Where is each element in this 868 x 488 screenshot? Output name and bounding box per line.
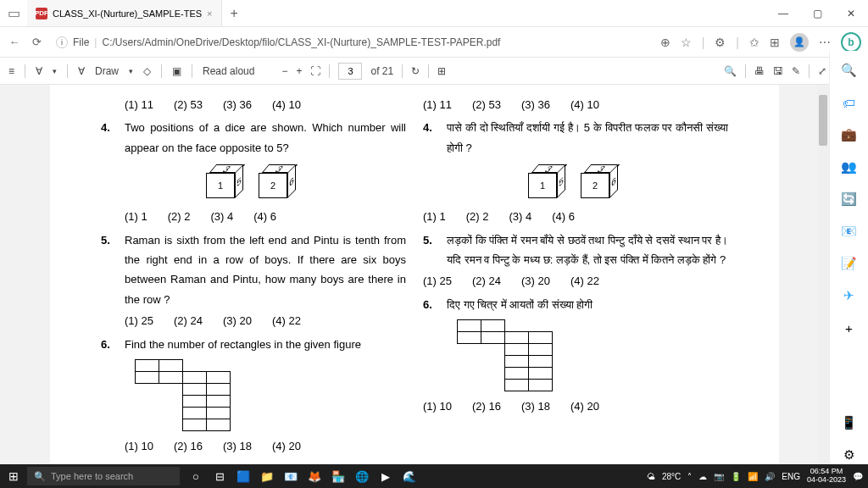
q4-dice-hi: 315 326 <box>423 164 728 200</box>
q6-num: 6. <box>101 335 125 354</box>
favorites-bar-icon[interactable]: ✩ <box>749 36 760 49</box>
zoom-out-button[interactable]: − <box>281 65 287 77</box>
new-tab-button[interactable]: + <box>222 6 247 21</box>
extensions-icon[interactable]: ⚙ <box>715 36 726 49</box>
side-plus-icon[interactable]: + <box>840 319 859 337</box>
taskbar-search[interactable]: 🔍 Type here to search <box>27 467 180 485</box>
task-app1-icon[interactable]: 🟦 <box>232 464 254 488</box>
pdf-icon: PDF <box>36 8 47 19</box>
task-youtube-icon[interactable]: ▶ <box>375 464 397 488</box>
side-games-icon[interactable]: 👥 <box>840 158 859 176</box>
q4h-opt3: (3) 4 <box>509 207 531 226</box>
tray-lang[interactable]: ENG <box>782 472 800 481</box>
favorite-icon[interactable]: ☆ <box>681 36 692 49</box>
refresh-button[interactable]: ⟳ <box>29 36 44 48</box>
tray-battery-icon[interactable]: 🔋 <box>731 472 741 481</box>
zoom-in-button[interactable]: + <box>296 65 302 77</box>
q5h-num: 5. <box>423 230 447 270</box>
draw-icon[interactable]: ∀ <box>78 65 85 77</box>
minimize-button[interactable]: — <box>766 0 800 27</box>
more-icon[interactable]: ⋯ <box>819 36 831 49</box>
tray-meet-icon[interactable]: 📷 <box>714 472 724 481</box>
scrollbar[interactable] <box>817 85 829 464</box>
tray-notifications-icon[interactable]: 💬 <box>853 472 863 481</box>
rotate-icon[interactable]: ↻ <box>411 65 420 77</box>
task-edge-icon[interactable]: 🌊 <box>398 464 420 488</box>
side-shopping-icon[interactable]: 🏷 <box>840 93 859 112</box>
q3-opt4: (4) 10 <box>272 95 301 114</box>
task-explorer-icon[interactable]: 📁 <box>256 464 278 488</box>
q6-text-hi: दिए गए चित्र में आयतों की संख्या होगी <box>447 295 728 314</box>
side-edit-icon[interactable]: 📝 <box>840 254 859 273</box>
q6-figure-hi <box>457 319 728 391</box>
erase-icon[interactable]: ◇ <box>143 65 151 77</box>
fit-icon[interactable]: ⛶ <box>310 65 320 77</box>
q5-text-en: Raman is sixth from the left end and Pin… <box>125 230 406 310</box>
zoom-icon[interactable]: ⊕ <box>660 36 670 49</box>
q6h-num: 6. <box>423 295 447 314</box>
search-placeholder: Type here to search <box>51 471 133 481</box>
info-icon[interactable]: i <box>56 36 68 48</box>
pdf-page: (1) 11 (2) 53 (3) 36 (4) 10 4. Two posit… <box>50 85 779 464</box>
side-outlook-icon[interactable]: 📧 <box>840 222 859 241</box>
q4-opt2: (2) 2 <box>168 207 191 226</box>
q4-opt4: (4) 6 <box>253 207 276 226</box>
weather-icon[interactable]: 🌤 <box>647 472 655 481</box>
side-mobile-icon[interactable]: 📱 <box>840 413 859 432</box>
print-icon[interactable]: 🖶 <box>754 65 765 77</box>
contents-icon[interactable]: ≡ <box>8 65 14 77</box>
temp-label[interactable]: 28°C <box>662 472 681 481</box>
page-number-input[interactable] <box>338 63 362 80</box>
close-button[interactable]: ✕ <box>834 0 868 27</box>
profile-avatar[interactable]: 👤 <box>790 33 809 52</box>
q4-num: 4. <box>101 118 125 158</box>
q5-opt3: (3) 20 <box>223 311 252 330</box>
task-firefox-icon[interactable]: 🦊 <box>303 464 326 488</box>
tray-sound-icon[interactable]: 🔊 <box>765 472 775 481</box>
q6h-opt1: (1) 10 <box>423 396 452 416</box>
q4-opt1: (1) 1 <box>125 207 147 226</box>
q3h-opt1: (1) 11 <box>423 95 452 114</box>
url-path: C:/Users/Admin/OneDrive/Desktop/filo/CLA… <box>102 36 500 48</box>
task-mail-icon[interactable]: 📧 <box>280 464 302 488</box>
tabs-icon[interactable]: ▭ <box>0 5 27 21</box>
bing-icon[interactable]: b <box>841 32 861 53</box>
side-tools-icon[interactable]: 💼 <box>840 125 859 144</box>
save-as-icon[interactable]: ✎ <box>792 65 800 77</box>
task-cortana-icon[interactable]: ○ <box>185 464 207 488</box>
address-bar[interactable]: i File | C:/Users/Admin/OneDrive/Desktop… <box>51 36 654 48</box>
side-send-icon[interactable]: ✈ <box>840 286 859 305</box>
read-aloud-label[interactable]: Read aloud <box>203 65 254 77</box>
tab-title: CLASS_XI-(Nurture)_SAMPLE-TES <box>53 8 202 19</box>
side-refresh-icon[interactable]: 🔄 <box>840 190 859 208</box>
draw-label[interactable]: Draw <box>95 65 119 77</box>
tray-clock[interactable]: 06:54 PM04-04-2023 <box>807 468 846 485</box>
maximize-button[interactable]: ▢ <box>800 0 834 27</box>
q5h-opt3: (3) 20 <box>521 271 550 291</box>
task-chrome-icon[interactable]: 🌐 <box>351 464 373 488</box>
fullscreen-icon[interactable]: ⤢ <box>818 65 826 77</box>
q3-opt3: (3) 36 <box>223 95 252 114</box>
q5h-opt4: (4) 22 <box>570 271 599 291</box>
tab-close-icon[interactable]: × <box>207 8 212 19</box>
highlight-icon[interactable]: ▣ <box>172 65 181 77</box>
browser-tab[interactable]: PDF CLASS_XI-(Nurture)_SAMPLE-TES × <box>27 0 222 26</box>
save-icon[interactable]: 🖫 <box>773 65 783 77</box>
tray-onedrive-icon[interactable]: ☁ <box>698 472 707 481</box>
collections-icon[interactable]: ⊞ <box>770 36 780 49</box>
tray-wifi-icon[interactable]: 📶 <box>748 472 758 481</box>
task-taskview-icon[interactable]: ⊟ <box>209 464 231 488</box>
q4-text-en: Two positions of a dice are shown. Which… <box>125 118 406 158</box>
side-settings-icon[interactable]: ⚙ <box>840 446 859 464</box>
q5-opt4: (4) 22 <box>272 311 301 330</box>
tray-chevron-icon[interactable]: ˄ <box>687 472 692 481</box>
side-search-icon[interactable]: 🔍 <box>840 61 859 80</box>
page-view-icon[interactable]: ⊞ <box>437 65 446 77</box>
back-button[interactable]: ← <box>7 36 22 48</box>
search-icon[interactable]: 🔍 <box>724 65 737 77</box>
q6-opt3: (3) 18 <box>223 436 252 456</box>
q4h-num: 4. <box>423 118 447 158</box>
task-store-icon[interactable]: 🏪 <box>327 464 349 488</box>
start-button[interactable]: ⊞ <box>0 469 27 483</box>
cursor-icon[interactable]: ∀ <box>36 65 42 77</box>
